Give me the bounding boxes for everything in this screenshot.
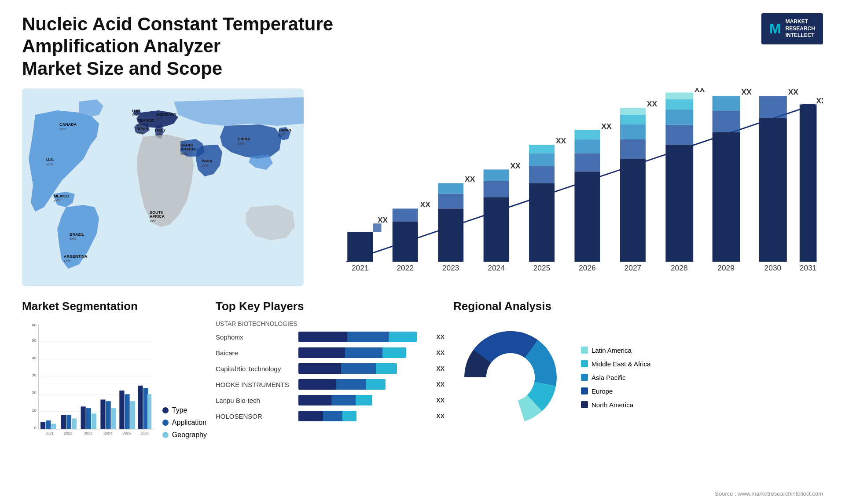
svg-text:2021: 2021 xyxy=(352,263,369,272)
player-bar xyxy=(298,411,430,421)
svg-text:xx%: xx% xyxy=(137,123,144,127)
svg-rect-39 xyxy=(393,222,418,262)
svg-rect-88 xyxy=(800,105,817,262)
player-bar xyxy=(298,363,430,374)
svg-text:CANADA: CANADA xyxy=(59,122,77,127)
svg-rect-36 xyxy=(373,223,381,232)
donut-legend: Latin America Middle East & Africa Asia … xyxy=(581,347,650,409)
svg-text:xx%: xx% xyxy=(136,131,143,135)
svg-text:xx%: xx% xyxy=(59,127,66,131)
svg-rect-123 xyxy=(130,401,135,429)
svg-rect-81 xyxy=(713,96,740,111)
logo-area: M MARKET RESEARCH INTELLECT xyxy=(761,13,823,44)
svg-text:2027: 2027 xyxy=(625,263,642,272)
middle-east-africa-label: Middle East & Africa xyxy=(592,360,650,368)
logo-m-letter: M xyxy=(769,21,781,37)
header: Nucleic Acid Constant Temperature Amplif… xyxy=(22,13,823,80)
player-xx: XX xyxy=(436,397,445,404)
svg-text:xx%: xx% xyxy=(132,113,139,117)
svg-text:xx%: xx% xyxy=(156,117,163,121)
svg-text:XX: XX xyxy=(816,96,823,105)
player-name: Lanpu Bio-tech xyxy=(216,397,295,404)
svg-rect-44 xyxy=(438,194,463,209)
player-row: Sophonix XX xyxy=(216,332,445,342)
svg-point-134 xyxy=(486,353,535,402)
svg-text:0: 0 xyxy=(34,426,36,430)
svg-text:2025: 2025 xyxy=(533,263,551,272)
regional-title: Regional Analysis xyxy=(453,299,823,313)
europe-label: Europe xyxy=(592,387,613,395)
player-row: HOOKE INSTRUMENTS XX xyxy=(216,379,445,390)
svg-text:XX: XX xyxy=(465,175,475,184)
latin-america-label: Latin America xyxy=(592,347,632,354)
svg-text:xx%: xx% xyxy=(54,198,60,202)
player-name: HOOKE INSTRUMENTS xyxy=(216,381,295,388)
north-america-color xyxy=(581,401,588,408)
svg-rect-62 xyxy=(574,130,600,139)
svg-text:JAPAN: JAPAN xyxy=(278,128,291,132)
svg-rect-54 xyxy=(529,166,555,183)
svg-text:xx%: xx% xyxy=(64,259,70,263)
asia-pacific-color xyxy=(581,374,588,381)
svg-text:2021: 2021 xyxy=(45,431,54,435)
legend-latin-america: Latin America xyxy=(581,347,650,354)
seg-legend: Type Application Geography xyxy=(162,406,207,443)
svg-text:xx%: xx% xyxy=(202,164,208,168)
svg-text:2024: 2024 xyxy=(488,263,505,272)
svg-rect-113 xyxy=(81,407,86,429)
legend-geography: Geography xyxy=(162,431,207,439)
title-line2: Market Size and Scope xyxy=(22,58,222,79)
bottom-row: Market Segmentation 0 10 20 30 40 50 xyxy=(22,299,823,443)
player-name: Sophonix xyxy=(216,333,295,341)
svg-text:2029: 2029 xyxy=(717,263,735,272)
svg-rect-79 xyxy=(713,132,740,262)
svg-text:SPAIN: SPAIN xyxy=(136,127,148,131)
world-map-section: CANADA xx% U.S. xx% MEXICO xx% BRAZIL xx… xyxy=(22,88,304,286)
legend-geography-label: Geography xyxy=(172,431,207,439)
europe-color xyxy=(581,387,588,394)
svg-rect-121 xyxy=(119,391,124,429)
player-row: Lanpu Bio-tech XX xyxy=(216,395,445,405)
donut-area: Latin America Middle East & Africa Asia … xyxy=(453,320,823,435)
svg-rect-106 xyxy=(46,420,51,429)
latin-america-color xyxy=(581,347,588,354)
svg-text:10: 10 xyxy=(32,408,36,413)
svg-rect-76 xyxy=(665,93,693,99)
svg-rect-48 xyxy=(484,197,509,262)
svg-rect-65 xyxy=(620,159,646,262)
svg-text:ARGENTINA: ARGENTINA xyxy=(64,254,88,259)
segmentation-title: Market Segmentation xyxy=(22,299,207,313)
svg-text:xx%: xx% xyxy=(278,132,285,136)
svg-text:XX: XX xyxy=(788,88,799,96)
player-row: Baicare XX xyxy=(216,347,445,358)
svg-text:XX: XX xyxy=(378,215,388,224)
players-title: Top Key Players xyxy=(216,299,445,313)
svg-text:2026: 2026 xyxy=(579,263,596,272)
player-name: CapitalBio Technology xyxy=(216,365,295,373)
svg-rect-60 xyxy=(574,153,600,172)
svg-rect-118 xyxy=(106,401,111,429)
svg-rect-50 xyxy=(484,170,509,181)
seg-bars-svg: 0 10 20 30 40 50 60 xyxy=(22,320,154,448)
svg-rect-107 xyxy=(51,424,56,429)
svg-text:20: 20 xyxy=(32,391,36,395)
svg-text:40: 40 xyxy=(32,356,36,360)
svg-text:2025: 2025 xyxy=(123,431,131,435)
legend-europe: Europe xyxy=(581,387,650,395)
svg-rect-43 xyxy=(438,209,463,262)
svg-rect-110 xyxy=(66,415,71,429)
legend-type-label: Type xyxy=(172,406,187,414)
legend-application: Application xyxy=(162,419,207,427)
page-title: Nucleic Acid Constant Temperature Amplif… xyxy=(22,13,374,80)
svg-rect-114 xyxy=(86,408,91,429)
svg-text:ARABIA: ARABIA xyxy=(180,147,196,151)
svg-rect-55 xyxy=(529,153,555,166)
bar-chart-svg: 2021 XX 2022 XX 2023 XX 2024 XX xyxy=(312,88,823,286)
svg-rect-69 xyxy=(620,108,646,114)
svg-rect-72 xyxy=(665,145,693,262)
player-xx: XX xyxy=(436,413,445,420)
legend-application-label: Application xyxy=(172,419,206,427)
seg-chart-area: 0 10 20 30 40 50 60 xyxy=(22,320,207,443)
legend-north-america: North America xyxy=(581,401,650,409)
svg-rect-67 xyxy=(620,124,646,139)
